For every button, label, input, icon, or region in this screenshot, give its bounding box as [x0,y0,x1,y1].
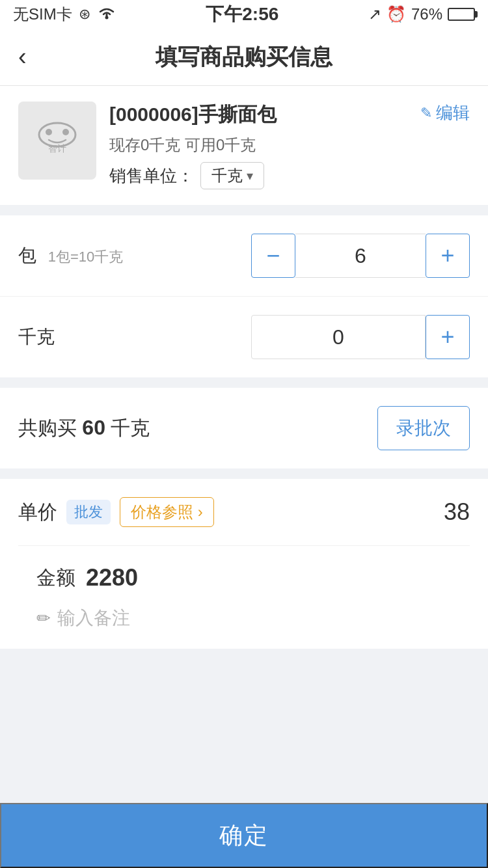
total-prefix: 共购买 [18,417,77,439]
status-left: 无SIM卡 ⊛ [13,4,116,25]
bao-plus-button[interactable]: + [426,234,470,278]
price-left: 单价 批发 价格参照 › [18,497,214,527]
bao-sub-label: 1包=10千克 [48,249,124,265]
product-header-row: [0000006]手撕面包 ✎ 编辑 [109,102,470,135]
carrier-label: 无SIM卡 [13,4,72,25]
product-stock: 现存0千克 可用0千克 [109,135,470,156]
svg-text:智计: 智计 [48,143,66,154]
amount-value: 2280 [86,564,138,591]
battery-percent: 76% [411,5,442,23]
price-section: 单价 批发 价格参照 › 38 金额 2280 ✏ 输入备注 [0,479,488,649]
battery-icon [448,8,475,21]
location-icon: ↗ [368,5,381,23]
product-image: 智计 [18,102,96,180]
status-time: 下午2:56 [206,2,278,27]
svg-point-0 [105,16,108,20]
price-ref-label: 价格参照 › [131,502,203,522]
status-bar: 无SIM卡 ⊛ 下午2:56 ↗ ⏰ 76% [0,0,488,29]
total-text: 共购买 60 千克 [18,415,150,442]
edit-label: 编辑 [436,102,470,124]
edit-button[interactable]: ✎ 编辑 [420,102,470,124]
bao-quantity-control: − + [251,234,470,278]
pencil-icon: ✏ [36,608,51,629]
svg-point-3 [62,129,69,135]
confirm-button[interactable]: 确定 [0,803,488,868]
total-row: 共购买 60 千克 录批次 [0,388,488,468]
nav-bar: ‹ 填写商品购买信息 [0,29,488,86]
remark-row[interactable]: ✏ 输入备注 [36,603,452,631]
empty-area [0,649,488,779]
price-value: 38 [444,498,470,526]
bao-input-row: 包 1包=10千克 − + [0,215,488,297]
bao-minus-button[interactable]: − [251,234,295,278]
remark-placeholder: 输入备注 [57,606,130,631]
kg-input-row: 千克 + [0,297,488,377]
amount-section: 金额 2280 ✏ 输入备注 [18,546,470,649]
wifi-signal [97,5,116,23]
total-amount: 60 [82,416,105,439]
price-row: 单价 批发 价格参照 › 38 [18,497,470,546]
alarm-icon: ⏰ [386,5,406,23]
bao-label: 包 1包=10千克 [18,243,123,268]
kg-quantity-input[interactable] [251,315,426,359]
kg-label: 千克 [18,325,55,349]
bao-quantity-input[interactable] [295,234,426,278]
kg-label-text: 千克 [18,327,55,347]
unit-label: 销售单位： [109,165,194,187]
edit-icon: ✎ [420,105,432,122]
unit-selector[interactable]: 千克 ▾ [200,162,264,189]
kg-plus-button[interactable]: + [426,315,470,359]
product-name: [0000006]手撕面包 [109,102,277,128]
unit-value: 千克 [211,165,243,186]
price-type-badge: 批发 [66,500,111,524]
price-ref-button[interactable]: 价格参照 › [120,497,214,527]
product-info: [0000006]手撕面包 ✎ 编辑 现存0千克 可用0千克 销售单位： 千克 … [109,102,470,189]
total-unit: 千克 [111,417,150,439]
bao-label-text: 包 [18,245,36,265]
product-section: 智计 [0000006]手撕面包 ✎ 编辑 现存0千克 可用0千克 销售单位： … [0,86,488,205]
product-logo-icon: 智计 [34,122,80,160]
batch-button[interactable]: 录批次 [377,406,470,450]
status-right: ↗ ⏰ 76% [368,5,475,23]
price-label: 单价 [18,499,57,526]
kg-quantity-control: + [251,315,470,359]
svg-point-2 [46,129,52,135]
amount-row: 金额 2280 [36,564,452,591]
amount-label: 金额 [36,565,75,591]
back-button[interactable]: ‹ [18,43,27,71]
quantity-input-section: 包 1包=10千克 − + 千克 + [0,215,488,377]
dropdown-arrow-icon: ▾ [247,168,253,183]
page-title: 填写商品购买信息 [156,42,332,72]
product-unit-row: 销售单位： 千克 ▾ [109,162,470,189]
wifi-icon: ⊛ [79,6,90,23]
